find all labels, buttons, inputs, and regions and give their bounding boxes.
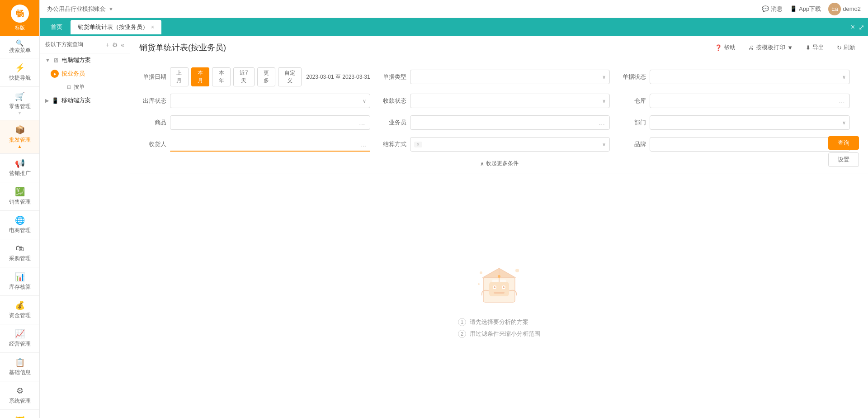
sidebar-item-wholesale[interactable]: 📦 批发管理 ▲ <box>0 120 39 154</box>
tree-desktop-folder[interactable]: ▼ 🖥 电脑端方案 <box>40 53 130 67</box>
retail-arrow: ▼ <box>18 110 22 115</box>
recvstatus-select[interactable]: ∨ <box>410 94 610 108</box>
dept-select[interactable]: ∨ <box>650 115 850 130</box>
tabbar-right: × ⤢ <box>851 23 864 32</box>
filter-date-cell: 单据日期 上月 本月 本年 近7天 更多 自定义 2023-03-01 至 20… <box>139 64 379 90</box>
sidebar-item-inventory[interactable]: 📊 库存核算 <box>0 267 39 296</box>
outstatus-select[interactable]: ∨ <box>170 94 370 108</box>
desktop-arrow-icon: ▼ <box>45 57 50 63</box>
sidebar-item-system[interactable]: ⚙ 系统管理 <box>0 381 39 410</box>
window-close-btn[interactable]: × <box>851 23 855 31</box>
filter-area: 单据日期 上月 本月 本年 近7天 更多 自定义 2023-03-01 至 20… <box>130 59 868 174</box>
settle-tag-item: × <box>414 142 422 147</box>
warehouse-input[interactable]: … <box>650 94 850 108</box>
settings-scheme-btn[interactable]: ⚙ <box>112 41 118 48</box>
message-label: 消息 <box>771 5 783 13</box>
sidebar-item-ecom[interactable]: 🌐 电商管理 <box>0 211 39 239</box>
recvstatus-arrow: ∨ <box>602 98 606 104</box>
logo-circle: 畅 <box>11 5 29 23</box>
refresh-icon: ↻ <box>837 44 842 51</box>
add-scheme-btn[interactable]: + <box>106 41 109 48</box>
settle-tag-input[interactable]: × ∨ <box>410 137 610 152</box>
docstatus-select[interactable]: ∨ <box>650 70 850 84</box>
date-prev-month-btn[interactable]: 上月 <box>170 67 189 86</box>
doctype-control[interactable]: ∨ <box>410 70 610 84</box>
quicknav-icon: ⚡ <box>15 63 25 73</box>
goods-input[interactable]: … <box>170 115 370 130</box>
tree-by-order[interactable]: ⊞ 按单 <box>51 81 130 94</box>
topbar-actions: 💬 消息 📱 App下载 Ea demo2 <box>762 3 861 15</box>
sidebar-item-operations[interactable]: 📈 经营管理 <box>0 324 39 353</box>
settle-tag-remove[interactable]: × <box>417 142 420 147</box>
sidebar-item-finance[interactable]: 💰 资金管理 <box>0 296 39 324</box>
tree-by-staff[interactable]: ● 按业务员 <box>51 67 130 81</box>
sidebar-item-corp[interactable]: 🤝 企业协同 <box>0 410 39 418</box>
sidebar-system-label: 系统管理 <box>9 397 31 405</box>
tree-desktop-children: ● 按业务员 ⊞ 按单 <box>40 67 130 94</box>
filter-outstatus-cell: 出库状态 ∨ <box>139 90 379 112</box>
by-order-icon: ⊞ <box>67 84 71 90</box>
mobile-arrow-icon: ▶ <box>45 98 49 104</box>
date-custom-btn[interactable]: 自定义 <box>278 67 302 86</box>
sidebar-search[interactable]: 🔍 搜索菜单 <box>0 36 39 58</box>
goods-label: 商品 <box>139 119 170 127</box>
print-arrow-icon: ▼ <box>787 44 793 51</box>
download-icon: 📱 <box>790 5 797 12</box>
desktop-folder-icon: 🖥 <box>53 57 59 64</box>
sidebar-operations-label: 经营管理 <box>9 340 31 348</box>
collapse-label: 收起更多条件 <box>486 160 519 167</box>
sidebar-logo[interactable]: 畅 标版 <box>0 0 39 36</box>
collapse-icon: ∧ <box>480 161 484 167</box>
filter-row-4: 收货人 … 结算方式 <box>139 133 859 155</box>
tab-home[interactable]: 首页 <box>43 20 70 34</box>
topbar-company[interactable]: 办公用品行业模拟账套 ▼ <box>47 5 753 13</box>
recvstatus-control: ∨ <box>410 94 610 108</box>
wholesale-icon: 📦 <box>15 125 25 135</box>
date-more-btn[interactable]: 更多 <box>257 67 276 86</box>
sidebar-quicknav[interactable]: ⚡ 快捷导航 <box>0 58 39 87</box>
sidebar: 畅 标版 🔍 搜索菜单 ⚡ 快捷导航 🛒 零售管理 ▼ 📦 批发管理 ▲ 📢 营… <box>0 0 40 418</box>
filter-dept-cell: 部门 ∨ <box>619 112 859 133</box>
tab-close-btn[interactable]: × <box>151 24 154 30</box>
staff-dots: … <box>599 119 606 126</box>
filter-goods-cell: 商品 … <box>139 112 379 133</box>
window-expand-btn[interactable]: ⤢ <box>859 23 864 32</box>
purchase-icon: 🛍 <box>16 244 24 253</box>
warehouse-dots: … <box>839 97 846 104</box>
sidebar-item-marketing[interactable]: 📢 营销推广 <box>0 154 39 182</box>
template-print-btn[interactable]: 🖨 按模板打印 ▼ <box>745 42 797 53</box>
topbar: 办公用品行业模拟账套 ▼ 💬 消息 📱 App下载 Ea demo2 <box>40 0 868 18</box>
brand-input[interactable]: … <box>650 137 850 152</box>
date-this-month-btn[interactable]: 本月 <box>191 67 210 86</box>
page-title: 销货单统计表(按业务员) <box>139 42 226 53</box>
app-download-action[interactable]: 📱 App下载 <box>790 5 821 13</box>
query-btn[interactable]: 查询 <box>828 136 859 150</box>
export-btn[interactable]: ⬇ 导出 <box>802 42 828 53</box>
settle-arrow: ∨ <box>602 142 606 147</box>
docstatus-label: 单据状态 <box>619 73 650 81</box>
mobile-folder-icon: 📱 <box>52 97 59 104</box>
sidebar-item-purchase[interactable]: 🛍 采购管理 <box>0 239 39 267</box>
refresh-btn[interactable]: ↻ 刷新 <box>833 42 859 53</box>
main-area: 办公用品行业模拟账套 ▼ 💬 消息 📱 App下载 Ea demo2 首页 销货… <box>40 0 868 418</box>
tab-active[interactable]: 销货单统计表（按业务员） × <box>71 20 161 34</box>
sidebar-item-basic[interactable]: 📋 基础信息 <box>0 353 39 381</box>
sidebar-item-retail[interactable]: 🛒 零售管理 ▼ <box>0 87 39 120</box>
settings-btn[interactable]: 设置 <box>828 152 859 167</box>
warehouse-control: … <box>650 94 850 108</box>
collapse-panel-btn[interactable]: « <box>121 41 124 48</box>
empty-tips: 1 请先选择要分析的方案 2 用过滤条件来缩小分析范围 <box>458 318 540 338</box>
staff-input[interactable]: … <box>410 115 610 130</box>
consignee-input[interactable]: … <box>170 137 370 152</box>
user-action[interactable]: Ea demo2 <box>828 3 861 15</box>
message-action[interactable]: 💬 消息 <box>762 5 783 13</box>
sidebar-item-sales[interactable]: 💹 销售管理 <box>0 182 39 211</box>
date-last7-btn[interactable]: 近7天 <box>233 67 255 86</box>
tip2-num: 2 <box>458 330 466 338</box>
date-this-year-btn[interactable]: 本年 <box>212 67 231 86</box>
collapse-btn[interactable]: ∧ 收起更多条件 <box>480 157 519 170</box>
message-icon: 💬 <box>762 5 769 12</box>
doctype-select[interactable]: ∨ <box>410 70 610 84</box>
help-btn[interactable]: ❓ 帮助 <box>711 42 739 53</box>
tree-mobile-folder[interactable]: ▶ 📱 移动端方案 <box>40 94 130 107</box>
